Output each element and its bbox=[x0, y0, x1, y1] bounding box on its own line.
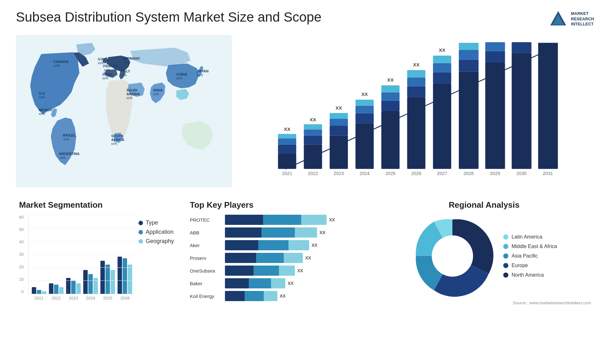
map-label-germany: GERMANY bbox=[122, 57, 140, 60]
svg-rect-29 bbox=[381, 111, 399, 169]
regional-wrap: Latin America Middle East & Africa Asia … bbox=[377, 215, 591, 297]
north-america-dot bbox=[503, 273, 508, 278]
svg-rect-49 bbox=[459, 50, 478, 60]
map-label-japan: JAPAN bbox=[197, 69, 209, 73]
mea-dot bbox=[503, 244, 508, 249]
svg-text:XX: XX bbox=[310, 117, 316, 122]
svg-rect-26 bbox=[356, 100, 374, 106]
svg-rect-54 bbox=[485, 51, 505, 63]
header: Subsea Distribution System Market Size a… bbox=[16, 10, 594, 29]
player-label-baker: XX bbox=[288, 281, 294, 286]
svg-rect-17 bbox=[330, 136, 348, 169]
bar-dark bbox=[225, 215, 263, 225]
player-label-protec: XX bbox=[329, 217, 335, 222]
svg-rect-30 bbox=[381, 101, 399, 111]
svg-text:2025: 2025 bbox=[385, 171, 396, 176]
europe-dot bbox=[503, 263, 508, 268]
player-row-protec: PROTEC XX bbox=[190, 215, 362, 225]
map-label-southafrica2: AFRICA bbox=[111, 138, 125, 142]
svg-text:2027: 2027 bbox=[437, 171, 447, 176]
logo: MARKET RESEARCH INTELLECT bbox=[549, 10, 594, 29]
svg-text:2031: 2031 bbox=[543, 171, 553, 176]
svg-rect-20 bbox=[330, 113, 348, 119]
svg-text:2028: 2028 bbox=[464, 171, 474, 176]
page: Subsea Distribution System Market Size a… bbox=[0, 0, 610, 364]
regional-container: Regional Analysis bbox=[374, 197, 594, 330]
seg-bar-geo-2026 bbox=[128, 265, 132, 294]
svg-rect-55 bbox=[485, 42, 505, 51]
source-text: Source : www.marketresearchintellect.com bbox=[377, 300, 591, 305]
svg-rect-7 bbox=[278, 138, 296, 145]
seg-bar-app-2025 bbox=[105, 265, 110, 294]
svg-text:XX: XX bbox=[439, 47, 445, 53]
player-bar-abb: XX bbox=[225, 227, 362, 238]
player-row-aker: Aker XX bbox=[190, 240, 362, 250]
map-label-mexico: MEXICO bbox=[39, 108, 53, 112]
seg-bar-app-2024 bbox=[88, 274, 93, 294]
svg-rect-18 bbox=[330, 126, 348, 136]
svg-rect-50 bbox=[459, 43, 478, 50]
map-sublabel-argentina: xx% bbox=[60, 156, 66, 159]
map-label-brazil: BRAZIL bbox=[63, 133, 76, 137]
svg-rect-36 bbox=[407, 86, 425, 98]
players-list: PROTEC XX ABB bbox=[190, 215, 362, 301]
seg-bar-geo-2021 bbox=[42, 291, 46, 294]
player-bar-protec: XX bbox=[225, 215, 362, 225]
svg-text:XX: XX bbox=[336, 105, 342, 111]
map-container: CANADA xx% U.S. xx% MEXICO xx% BRAZIL xx… bbox=[16, 35, 232, 187]
seg-bar-app-2026 bbox=[123, 258, 127, 294]
svg-rect-14 bbox=[304, 124, 322, 129]
seg-legend: Type Application Geography bbox=[139, 219, 174, 300]
map-label-saudi: SAUDI bbox=[126, 88, 137, 92]
svg-rect-62 bbox=[538, 43, 558, 169]
player-bar-aker: XX bbox=[225, 240, 362, 250]
player-label-abb: XX bbox=[320, 230, 326, 235]
svg-rect-43 bbox=[433, 63, 451, 72]
player-row-proserv: Proserv XX bbox=[190, 253, 362, 263]
donut-chart bbox=[411, 215, 494, 297]
player-row-koil: Koil Energy XX bbox=[190, 291, 362, 301]
segmentation-container: Market Segmentation 60 50 40 30 20 10 0 bbox=[16, 197, 177, 330]
player-name-abb: ABB bbox=[190, 230, 222, 235]
player-name-aker: Aker bbox=[190, 243, 222, 248]
map-label-saudi2: ARABIA bbox=[126, 92, 140, 96]
seg-bar-type-2025 bbox=[100, 261, 105, 294]
svg-rect-23 bbox=[356, 123, 374, 169]
growth-chart-container: XX 2021 XX 2022 XX 2023 bbox=[241, 35, 594, 187]
svg-rect-59 bbox=[512, 42, 532, 53]
map-label-india: INDIA bbox=[153, 88, 163, 92]
player-row-onesubsea: OneSubsea XX bbox=[190, 266, 362, 276]
bottom-section: Market Segmentation 60 50 40 30 20 10 0 bbox=[16, 197, 594, 330]
svg-rect-6 bbox=[278, 145, 296, 154]
svg-rect-48 bbox=[459, 59, 478, 71]
map-sublabel-japan: xx% bbox=[197, 73, 203, 77]
map-label-southafrica: SOUTH bbox=[111, 134, 124, 138]
player-label-onesubsea: XX bbox=[297, 268, 303, 273]
map-label-canada: CANADA bbox=[53, 60, 69, 64]
player-name-baker: Baker bbox=[190, 281, 222, 286]
svg-rect-25 bbox=[356, 106, 374, 113]
svg-rect-19 bbox=[330, 119, 348, 126]
svg-rect-35 bbox=[407, 98, 425, 169]
donut-hole bbox=[432, 235, 473, 277]
svg-rect-5 bbox=[278, 154, 296, 169]
player-label-koil: XX bbox=[280, 293, 286, 299]
geography-dot bbox=[139, 239, 143, 244]
growth-chart-svg: XX 2021 XX 2022 XX 2023 bbox=[248, 41, 588, 181]
seg-bar-type-2024 bbox=[83, 270, 88, 294]
seg-legend-type: Type bbox=[139, 219, 174, 226]
svg-text:2026: 2026 bbox=[411, 171, 421, 176]
seg-bar-type-2022 bbox=[49, 283, 53, 294]
seg-bar-type-2026 bbox=[118, 257, 122, 294]
world-map: CANADA xx% U.S. xx% MEXICO xx% BRAZIL xx… bbox=[16, 35, 232, 187]
map-sublabel-brazil: xx% bbox=[64, 138, 70, 141]
svg-rect-24 bbox=[356, 113, 374, 124]
svg-text:XX: XX bbox=[284, 126, 290, 132]
svg-text:2029: 2029 bbox=[490, 171, 500, 176]
svg-rect-44 bbox=[433, 56, 451, 63]
player-bar-koil: XX bbox=[225, 291, 362, 301]
svg-rect-38 bbox=[407, 70, 425, 78]
seg-legend-application: Application bbox=[139, 229, 174, 235]
map-label-uk: U.K. bbox=[98, 57, 105, 61]
map-sublabel-india: xx% bbox=[153, 92, 159, 96]
